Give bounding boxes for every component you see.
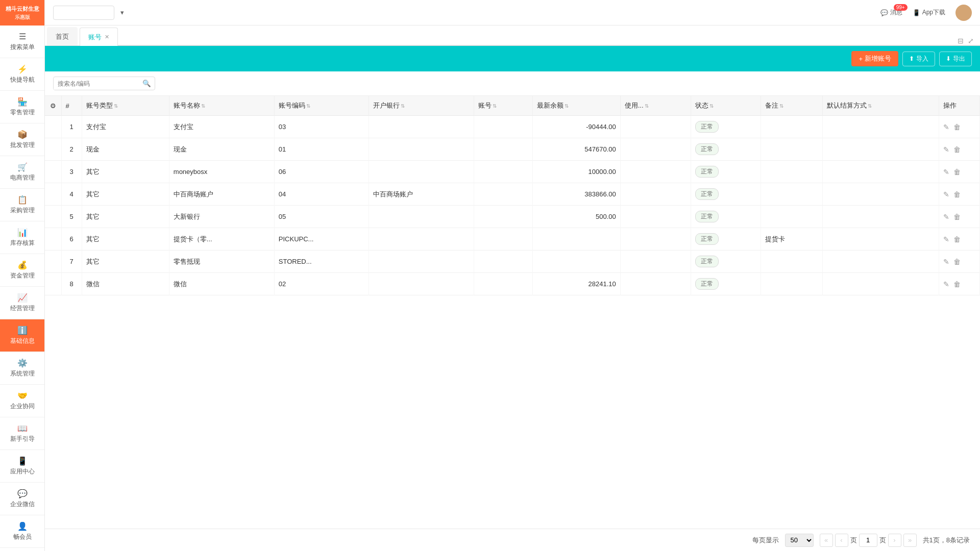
row-code: 02 [274,273,369,295]
row-status: 正常 [691,183,761,206]
export-button[interactable]: ⬇ 导出 [939,52,972,66]
delete-icon[interactable]: 🗑 [953,145,961,154]
edit-icon[interactable]: ✎ [943,190,949,198]
row-code: STORED... [274,251,369,273]
import-button[interactable]: ⬆ 导入 [902,52,935,66]
col-header-usage[interactable]: 使用...⇅ [620,96,691,116]
prev-page-button[interactable]: ‹ [835,534,848,547]
delete-icon[interactable]: 🗑 [953,235,961,243]
sidebar-item-inventory[interactable]: 📊 库存核算 [0,221,44,254]
sidebar-item-app-center[interactable]: 📱 应用中心 [0,450,44,483]
tab-home[interactable]: 首页 [47,27,78,45]
sidebar-item-search-menu[interactable]: ☰ 搜索菜单 [0,26,44,58]
col-header-name[interactable]: 账号名称⇅ [169,96,274,116]
row-balance: -90444.00 [533,116,620,138]
sidebar-item-newbie-guide[interactable]: 📖 新手引导 [0,417,44,450]
row-usage [620,206,691,228]
sidebar-item-member[interactable]: 👤 畅会员 [0,515,44,548]
row-usage [620,273,691,295]
ecommerce-icon: 🛒 [4,162,40,172]
delete-icon[interactable]: 🗑 [953,190,961,198]
page-input[interactable] [859,534,877,547]
last-page-button[interactable]: » [903,534,917,547]
next-page-button[interactable]: › [888,534,901,547]
row-index: 7 [61,251,82,273]
col-header-remark[interactable]: 备注⇅ [761,96,822,116]
tab-minimize-icon[interactable]: ⊟ [958,37,964,45]
edit-icon[interactable]: ✎ [943,280,949,288]
row-status: 正常 [691,116,761,138]
add-account-button[interactable]: + 新增账号 [851,51,898,66]
sidebar-item-enterprise-agreement[interactable]: 🤝 企业协同 [0,385,44,417]
search-button[interactable]: 🔍 [138,77,155,90]
row-index: 3 [61,161,82,183]
edit-icon[interactable]: ✎ [943,168,949,176]
sidebar-item-purchase-mgmt[interactable]: 📋 采购管理 [0,189,44,221]
message-button[interactable]: 💬 消息 99+ [880,8,902,17]
sidebar-item-basic-info[interactable]: ℹ️ 基础信息 [0,319,44,352]
col-header-account[interactable]: 账号⇅ [474,96,533,116]
col-header-setting[interactable]: ⚙ [45,96,61,116]
col-header-default-settlement[interactable]: 默认结算方式⇅ [823,96,939,116]
edit-icon[interactable]: ✎ [943,235,949,243]
sidebar-item-retail-mgmt[interactable]: 🏪 零售管理 [0,91,44,123]
row-type: 其它 [82,183,169,206]
edit-icon[interactable]: ✎ [943,213,949,221]
col-header-code[interactable]: 账号编码⇅ [274,96,369,116]
search-input[interactable] [54,78,138,90]
accounts-table-wrap: ⚙ # 账号类型⇅ 账号名称⇅ 账号编码⇅ 开户银行⇅ 账号⇅ 最新余额⇅ 使用… [45,96,980,529]
row-status: 正常 [691,273,761,295]
tab-close-icon[interactable]: ✕ [105,34,109,40]
delete-icon[interactable]: 🗑 [953,168,961,176]
sidebar-item-enterprise-wechat[interactable]: 💬 企业微信 [0,483,44,515]
col-header-balance[interactable]: 最新余额⇅ [533,96,620,116]
edit-icon[interactable]: ✎ [943,258,949,266]
sidebar-item-system-mgmt[interactable]: ⚙️ 系统管理 [0,352,44,385]
row-index: 6 [61,228,82,251]
sidebar-item-finance-mgmt[interactable]: 💰 资金管理 [0,254,44,287]
search-input-wrap: 🔍 [53,77,155,90]
edit-icon[interactable]: ✎ [943,145,949,154]
table-row: 5 其它 大新银行 05 500.00 正常 ✎ 🗑 [45,206,980,228]
delete-icon[interactable]: 🗑 [953,213,961,221]
retail-icon: 🏪 [4,97,40,107]
row-account [474,116,533,138]
user-avatar[interactable] [955,5,972,21]
tab-expand-icon[interactable]: ⤢ [968,37,974,45]
sidebar-item-label: 应用中心 [10,468,35,475]
row-actions: ✎ 🗑 [939,116,980,138]
guide-icon: 📖 [4,423,40,433]
topbar-dropdown[interactable]: ▾ [120,9,124,16]
app-download-button[interactable]: 📱 App下载 [913,8,945,17]
delete-icon[interactable]: 🗑 [953,280,961,288]
row-default-settlement [823,161,939,183]
row-code: 04 [274,183,369,206]
col-header-type[interactable]: 账号类型⇅ [82,96,169,116]
chevron-down-icon: ▾ [120,9,124,16]
message-badge: 99+ [894,4,908,11]
delete-icon[interactable]: 🗑 [953,258,961,266]
table-row: 2 现金 现金 01 547670.00 正常 ✎ 🗑 [45,138,980,161]
inventory-icon: 📊 [4,228,40,237]
delete-icon[interactable]: 🗑 [953,123,961,131]
row-default-settlement [823,183,939,206]
sidebar-item-wholesale-mgmt[interactable]: 📦 批发管理 [0,123,44,156]
accounts-table: ⚙ # 账号类型⇅ 账号名称⇅ 账号编码⇅ 开户银行⇅ 账号⇅ 最新余额⇅ 使用… [45,96,980,295]
row-account [474,273,533,295]
first-page-button[interactable]: « [820,534,833,547]
tab-accounts[interactable]: 账号 ✕ [80,28,118,46]
topbar-search-input[interactable] [53,6,114,20]
col-header-action: 操作 [939,96,980,116]
sidebar-item-ops-mgmt[interactable]: 📈 经营管理 [0,287,44,319]
row-balance: 547670.00 [533,138,620,161]
sidebar-item-ecommerce-mgmt[interactable]: 🛒 电商管理 [0,156,44,189]
sidebar-item-quick-nav[interactable]: ⚡ 快捷导航 [0,58,44,91]
row-remark [761,206,822,228]
edit-icon[interactable]: ✎ [943,123,949,131]
sidebar-item-label: 批发管理 [10,141,35,148]
col-header-bank[interactable]: 开户银行⇅ [369,96,474,116]
per-page-select[interactable]: 50 100 200 [785,534,814,547]
row-usage [620,251,691,273]
tabs-bar: 首页 账号 ✕ ⊟ ⤢ [45,26,980,46]
col-header-status[interactable]: 状态⇅ [691,96,761,116]
